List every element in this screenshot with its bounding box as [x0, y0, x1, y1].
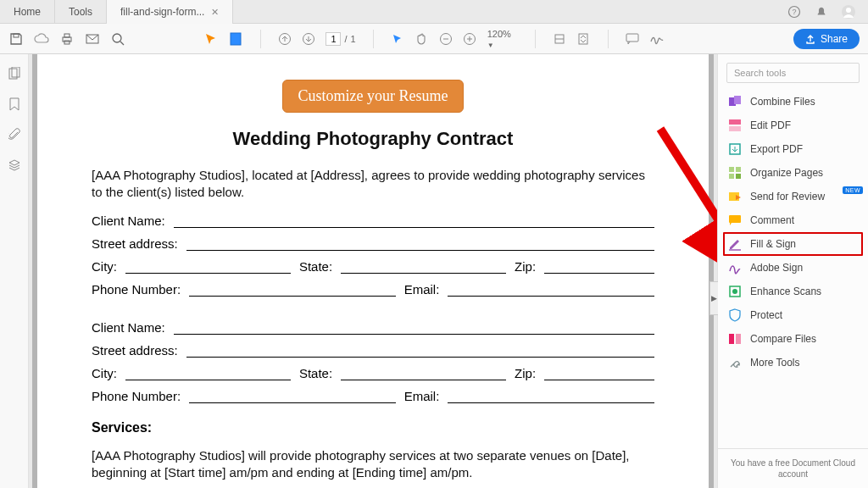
zoom-in-icon[interactable] — [463, 31, 477, 47]
save-icon[interactable] — [8, 31, 24, 47]
field-line[interactable] — [448, 283, 654, 297]
enhance-icon — [728, 285, 742, 298]
search-tools-input[interactable]: Search tools — [726, 63, 860, 83]
pointer-icon[interactable] — [391, 31, 405, 47]
tool-label: Fill & Sign — [750, 238, 796, 250]
field-line[interactable] — [189, 390, 396, 403]
attachment-icon[interactable] — [7, 127, 22, 142]
field-line[interactable] — [544, 367, 654, 380]
tool-compare-files[interactable]: Compare Files — [718, 327, 868, 351]
label-phone: Phone Number: — [92, 282, 181, 297]
page-display-icon[interactable] — [229, 31, 243, 47]
field-line[interactable] — [174, 321, 654, 335]
page-current-input[interactable] — [326, 32, 341, 46]
customize-resume-button[interactable]: Customize your Resume — [282, 80, 465, 113]
fill-sign-icon — [728, 237, 742, 251]
label-client-name: Client Name: — [92, 214, 165, 228]
tool-enhance-scans[interactable]: Enhance Scans — [718, 280, 868, 303]
svg-rect-35 — [729, 215, 741, 223]
document-page: Customize your Resume Wedding Photograph… — [32, 54, 714, 488]
tool-fill-sign[interactable]: Fill & Sign — [723, 232, 863, 256]
label-state: State: — [299, 366, 332, 380]
label-email: Email: — [404, 282, 440, 297]
field-line[interactable] — [125, 260, 291, 274]
print-icon[interactable] — [59, 31, 75, 47]
svg-rect-11 — [231, 33, 241, 45]
svg-point-9 — [113, 34, 121, 42]
page-up-icon[interactable] — [277, 31, 292, 47]
hand-icon[interactable] — [415, 31, 429, 47]
tool-protect[interactable]: Protect — [718, 303, 868, 327]
help-icon[interactable]: ? — [787, 4, 802, 19]
label-zip: Zip: — [515, 259, 536, 274]
account-icon[interactable] — [841, 4, 856, 19]
left-nav — [0, 54, 29, 488]
svg-rect-39 — [729, 334, 734, 344]
bell-icon[interactable] — [814, 4, 829, 19]
selection-tool-icon[interactable] — [203, 31, 219, 47]
svg-rect-28 — [729, 126, 741, 131]
cloud-icon[interactable] — [34, 31, 49, 47]
page-total: 1 — [351, 34, 356, 44]
tool-comment[interactable]: Comment — [718, 208, 868, 232]
close-icon[interactable]: ✕ — [211, 0, 219, 24]
field-line[interactable] — [448, 390, 654, 403]
edit-icon — [728, 119, 742, 132]
tool-edit-pdf[interactable]: Edit PDF — [718, 114, 868, 137]
tool-label: Send for Review — [750, 191, 825, 202]
adobe-sign-icon — [728, 261, 742, 274]
share-button[interactable]: Share — [793, 29, 860, 49]
compare-icon — [728, 332, 742, 346]
tool-organize-pages[interactable]: Organize Pages — [718, 161, 868, 185]
tool-adobe-sign[interactable]: Adobe Sign — [718, 256, 868, 280]
page-indicator: / 1 — [326, 32, 355, 46]
layers-icon[interactable] — [7, 158, 22, 173]
svg-point-3 — [846, 8, 851, 13]
zoom-level[interactable]: 120% ▼ — [487, 29, 518, 49]
fit-width-icon[interactable] — [552, 31, 566, 47]
zoom-out-icon[interactable] — [439, 31, 453, 47]
tab-document[interactable]: fill-and-sign-form... ✕ — [107, 0, 233, 24]
tool-send-review[interactable]: Send for ReviewNEW — [718, 185, 868, 208]
svg-rect-27 — [729, 119, 741, 125]
comment-tool-icon — [728, 214, 742, 227]
tool-label: Comment — [750, 214, 794, 226]
tool-more-tools[interactable]: More Tools — [718, 351, 868, 374]
export-icon — [728, 142, 742, 156]
label-client-name: Client Name: — [92, 320, 165, 335]
mail-icon[interactable] — [85, 31, 100, 47]
field-line[interactable] — [186, 237, 654, 251]
protect-icon — [728, 308, 742, 322]
tab-document-label: fill-and-sign-form... — [120, 0, 204, 24]
tab-tools[interactable]: Tools — [55, 0, 107, 24]
share-label: Share — [821, 33, 848, 45]
comment-icon[interactable] — [625, 31, 639, 47]
tab-home[interactable]: Home — [0, 0, 55, 24]
fit-page-icon[interactable] — [576, 31, 591, 47]
field-line[interactable] — [341, 367, 506, 380]
field-line[interactable] — [341, 260, 506, 274]
tool-export-pdf[interactable]: Export PDF — [718, 137, 868, 161]
field-line[interactable] — [174, 214, 654, 228]
field-line[interactable] — [189, 283, 396, 297]
account-footer: You have a free Document Cloud account — [718, 448, 868, 488]
label-zip: Zip: — [515, 366, 536, 380]
page-down-icon[interactable] — [302, 31, 316, 47]
label-state: State: — [299, 259, 332, 274]
bookmark-icon[interactable] — [7, 97, 22, 112]
field-line[interactable] — [186, 344, 654, 358]
tool-combine-files[interactable]: Combine Files — [718, 90, 868, 114]
sign-icon[interactable] — [649, 31, 665, 47]
toolbar: / 1 120% ▼ Share — [0, 24, 868, 54]
svg-line-10 — [120, 42, 124, 45]
send-review-icon — [728, 190, 742, 203]
tool-label: More Tools — [750, 357, 799, 369]
label-email: Email: — [404, 389, 440, 403]
search-icon[interactable] — [110, 31, 125, 47]
svg-point-38 — [732, 289, 737, 294]
thumbnails-icon[interactable] — [7, 66, 22, 81]
field-line[interactable] — [125, 367, 291, 380]
label-street: Street address: — [92, 343, 178, 358]
field-line[interactable] — [544, 260, 654, 274]
collapse-handle[interactable]: ▶ — [709, 281, 718, 315]
